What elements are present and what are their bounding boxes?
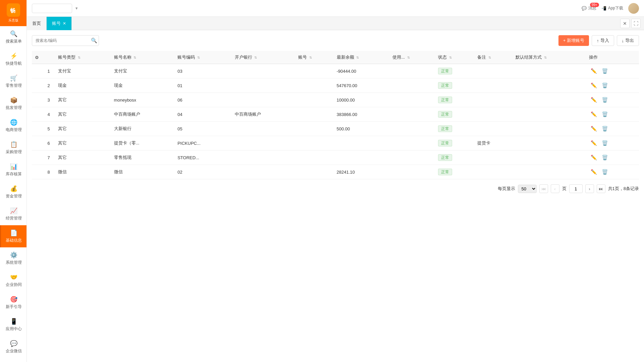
sidebar-item-operations-mgmt[interactable]: 📈 经营管理 xyxy=(0,203,26,225)
delete-button-6[interactable]: 🗑️ xyxy=(600,154,610,161)
sidebar-item-purchase-mgmt[interactable]: 📋 采购管理 xyxy=(0,137,26,159)
row-num-2: 3 xyxy=(42,93,55,107)
sidebar: 畅 乐意版 🔍 搜索菜单 ⚡ 快捷导航 🛒 零售管理 📦 批发管理 🌐 电商管理… xyxy=(0,0,27,362)
sidebar-item-new-guide[interactable]: 🎯 新手引导 xyxy=(0,292,26,314)
sidebar-item-capital-mgmt[interactable]: 💰 资金管理 xyxy=(0,181,26,203)
app-download[interactable]: 📲 App下载 xyxy=(601,5,623,11)
status-badge: 正常 xyxy=(438,169,452,175)
col-account-name-label: 账号名称 xyxy=(114,55,131,60)
col-account-no[interactable]: 账号 ⇅ xyxy=(296,51,334,64)
sidebar-item-search-menu[interactable]: 🔍 搜索菜单 xyxy=(0,26,26,48)
row-status-6: 正常 xyxy=(435,150,475,165)
basic-info-icon: 📄 xyxy=(10,229,17,237)
row-actions-5: ✏️ 🗑️ xyxy=(586,136,639,150)
pag-prev-button[interactable]: ‹ xyxy=(551,184,559,193)
sidebar-item-enterprise-agreement[interactable]: 🤝 企业协同 xyxy=(0,269,26,292)
logo-icon: 畅 xyxy=(7,3,20,17)
edit-button-2[interactable]: ✏️ xyxy=(589,96,599,104)
row-account-name-7: 微信 xyxy=(111,165,175,179)
row-account-type-3: 其它 xyxy=(55,107,111,122)
edit-button-5[interactable]: ✏️ xyxy=(589,139,599,147)
per-page-select[interactable]: 50 20 100 xyxy=(518,185,537,193)
btn-group: + 新增账号 ↑ 导入 ↓ 导出 xyxy=(558,35,639,46)
row-latest-balance-7: 28241.10 xyxy=(334,165,390,179)
col-notes-label: 备注 xyxy=(477,55,486,60)
add-account-button[interactable]: + 新增账号 xyxy=(558,35,589,46)
delete-button-5[interactable]: 🗑️ xyxy=(600,139,610,147)
search-input[interactable] xyxy=(32,38,89,43)
sidebar-item-label: 系统管理 xyxy=(6,260,22,265)
col-account-name[interactable]: 账号名称 ⇅ xyxy=(111,51,175,64)
row-notes-3 xyxy=(475,107,513,122)
pag-first-button[interactable]: ⏮ xyxy=(539,184,548,193)
export-icon: ↓ xyxy=(622,38,624,43)
search-button[interactable]: 🔍 xyxy=(89,35,99,46)
edit-button-7[interactable]: ✏️ xyxy=(589,168,599,176)
sidebar-item-member[interactable]: 👤 畅会员 xyxy=(0,358,26,362)
sidebar-item-wholesale-mgmt[interactable]: 📦 批发管理 xyxy=(0,93,26,115)
topbar-search-dropdown-icon[interactable]: ▾ xyxy=(75,6,78,11)
col-account-type[interactable]: 账号类型 ⇅ xyxy=(55,51,111,64)
sidebar-item-ecommerce-mgmt[interactable]: 🌐 电商管理 xyxy=(0,115,26,137)
pag-last-button[interactable]: ⏭ xyxy=(597,184,605,193)
col-settings[interactable]: ⚙ xyxy=(32,51,42,64)
delete-button-0[interactable]: 🗑️ xyxy=(600,67,610,75)
sidebar-item-label: 采购管理 xyxy=(6,149,22,155)
delete-button-4[interactable]: 🗑️ xyxy=(600,125,610,132)
sidebar-item-basic-info[interactable]: 📄 基础信息 xyxy=(0,225,26,247)
col-notes[interactable]: 备注 ⇅ xyxy=(475,51,513,64)
sort-icon: ⇅ xyxy=(488,56,491,59)
row-settings-4 xyxy=(32,122,42,136)
quick-nav-icon: ⚡ xyxy=(10,52,17,60)
col-usage[interactable]: 使用... ⇅ xyxy=(390,51,435,64)
tab-close-button[interactable]: ✕ xyxy=(620,19,630,28)
sidebar-item-inventory[interactable]: 📊 库存核算 xyxy=(0,159,26,181)
sidebar-item-enterprise-wechat[interactable]: 💬 企业微信 xyxy=(0,336,26,358)
tab-actions: ✕ ⛶ xyxy=(620,19,644,28)
topbar-search-input[interactable] xyxy=(32,4,72,13)
pag-next-button[interactable]: › xyxy=(585,184,594,193)
tab-home[interactable]: 首页 xyxy=(27,17,47,30)
table-row: 3 其它 moneybosx 06 10000.00 正常 ✏️ 🗑️ xyxy=(32,93,639,107)
import-button[interactable]: ↑ 导入 xyxy=(592,35,614,46)
sidebar-item-system-mgmt[interactable]: ⚙️ 系统管理 xyxy=(0,247,26,269)
col-latest-balance[interactable]: 最新余额 ⇅ xyxy=(334,51,390,64)
edit-button-3[interactable]: ✏️ xyxy=(589,111,599,118)
row-status-4: 正常 xyxy=(435,122,475,136)
row-account-name-0: 支付宝 xyxy=(111,64,175,78)
row-settings-5 xyxy=(32,136,42,150)
sidebar-item-quick-nav[interactable]: ⚡ 快捷导航 xyxy=(0,48,26,70)
sidebar-item-app-center[interactable]: 📱 应用中心 xyxy=(0,314,26,336)
col-account-code-label: 账号编码 xyxy=(177,55,195,60)
delete-button-3[interactable]: 🗑️ xyxy=(600,111,610,118)
settings-icon: ⚙ xyxy=(35,55,39,60)
export-button[interactable]: ↓ 导出 xyxy=(617,35,639,46)
edit-button-4[interactable]: ✏️ xyxy=(589,125,599,132)
row-settings-0 xyxy=(32,64,42,78)
row-account-code-1: 01 xyxy=(175,78,232,93)
topbar-msg[interactable]: 💬 消息 99+ xyxy=(582,5,596,11)
col-bank[interactable]: 开户银行 ⇅ xyxy=(232,51,296,64)
col-account-code[interactable]: 账号编码 ⇅ xyxy=(175,51,232,64)
status-badge: 正常 xyxy=(438,140,452,146)
delete-button-1[interactable]: 🗑️ xyxy=(600,82,610,89)
delete-button-7[interactable]: 🗑️ xyxy=(600,168,610,176)
tab-accounts[interactable]: 账号 ✕ xyxy=(47,17,72,30)
edit-button-6[interactable]: ✏️ xyxy=(589,154,599,161)
row-bank-1 xyxy=(232,78,296,93)
row-account-code-7: 02 xyxy=(175,165,232,179)
delete-button-2[interactable]: 🗑️ xyxy=(600,96,610,104)
table-row: 2 现金 现金 01 547670.00 正常 ✏️ 🗑️ xyxy=(32,78,639,93)
col-status[interactable]: 状态 ⇅ xyxy=(435,51,475,64)
tab-home-label: 首页 xyxy=(32,20,41,26)
sidebar-item-retail-mgmt[interactable]: 🛒 零售管理 xyxy=(0,70,26,93)
edit-button-1[interactable]: ✏️ xyxy=(589,82,599,89)
tabbar: 首页 账号 ✕ ✕ ⛶ xyxy=(27,17,644,30)
col-default-settlement[interactable]: 默认结算方式 ⇅ xyxy=(513,51,586,64)
tab-fullscreen-button[interactable]: ⛶ xyxy=(631,19,641,28)
edit-button-0[interactable]: ✏️ xyxy=(589,67,599,75)
logo: 畅 乐意版 xyxy=(0,0,26,26)
avatar[interactable] xyxy=(628,3,639,14)
pag-page-input[interactable] xyxy=(569,184,583,193)
tab-accounts-close[interactable]: ✕ xyxy=(63,21,66,26)
